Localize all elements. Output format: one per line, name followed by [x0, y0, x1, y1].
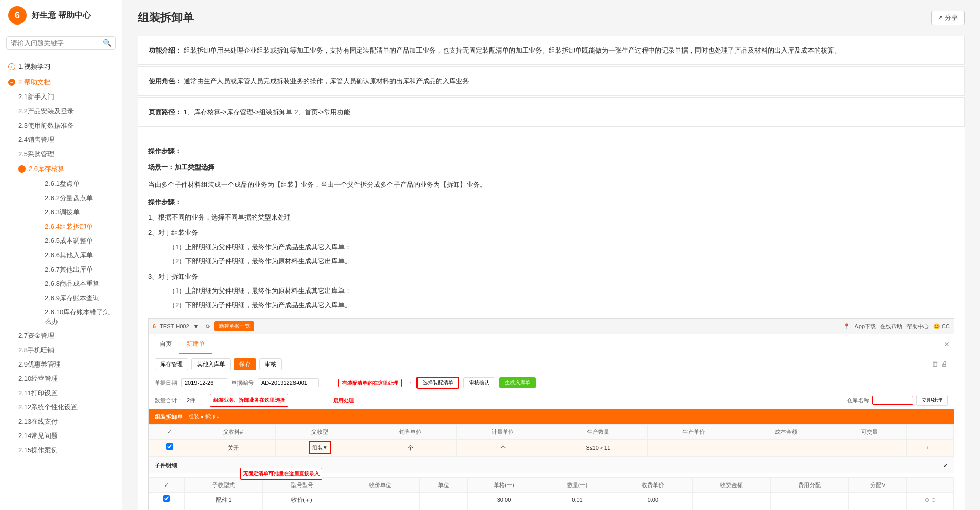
sidebar-item-purchase[interactable]: 2.5采购管理: [0, 147, 122, 161]
sim-trash-icon[interactable]: 🗑: [932, 357, 938, 371]
sim-lower-col3-1: [341, 493, 419, 507]
sim-td-type: 组装▼: [276, 440, 364, 456]
sim-lower-col7-1: 0.00: [614, 493, 692, 507]
sim-no-input[interactable]: [258, 378, 319, 387]
sim-date-input[interactable]: [181, 378, 227, 387]
sim-lower-col6-1: 0.01: [541, 493, 614, 507]
share-label: 分享: [945, 13, 958, 22]
sidebar-item-faq[interactable]: 2.14常见问题: [0, 429, 122, 443]
search-area: 🔍: [0, 31, 122, 55]
page-title: 组装拆卸单: [138, 10, 194, 26]
sidebar-item-stockcheck[interactable]: 2.6.1盘点单: [27, 177, 122, 191]
sim-row-add-icon[interactable]: +: [926, 445, 929, 451]
sim-expand-icon[interactable]: ⤢: [943, 459, 948, 471]
sim-new-doc-btn[interactable]: 新建单据一览: [214, 321, 254, 331]
step3: 3、对于拆卸业务: [148, 270, 954, 283]
sim-th-prod-qty: 生产数量: [549, 425, 648, 440]
sim-type-label: 组装拆卸单: [155, 411, 183, 422]
logo-text: 好生意 帮助中心: [32, 10, 91, 21]
step3-sub2: （2）下部明细为子件明细，最终作为产成品生成其它入库单。: [168, 299, 954, 312]
sim-td-type-box: 组装▼: [309, 441, 331, 454]
sidebar-item-cases[interactable]: 2.15操作案例: [0, 443, 122, 457]
sidebar-item-coupon[interactable]: 2.9优惠券管理: [0, 357, 122, 372]
sim-close-icon[interactable]: ✕: [944, 337, 950, 351]
sidebar-item-payment[interactable]: 2.13在线支付: [0, 415, 122, 429]
step3-sub1: （1）上部明细为父件明细，最终作为原材料生成其它出库单；: [168, 284, 954, 298]
sidebar-item-inventory[interactable]: − 2.6库存核算: [0, 161, 122, 177]
sim-tab-new[interactable]: 新建单: [179, 334, 212, 354]
sidebar-item-funds[interactable]: 2.7资金管理: [0, 329, 122, 343]
sim-arrow1: →: [406, 379, 412, 386]
sidebar-item-videos[interactable]: + 1.视频学习: [0, 59, 122, 75]
sim-confirm-btn[interactable]: 审核确认: [463, 377, 495, 388]
sidebar-item-costadj[interactable]: 2.6.5成本调整单: [27, 234, 122, 248]
sim-lower-col7-2: 0.00: [614, 507, 692, 510]
sim-dept-input[interactable]: [872, 396, 913, 405]
sim-lth-col10: 分配V: [849, 478, 907, 493]
sim-config-btn[interactable]: 选择装配清单: [416, 377, 459, 389]
search-box: 🔍: [6, 36, 116, 50]
share-icon: ↗: [938, 14, 943, 21]
sim-tab-home[interactable]: 自页: [153, 334, 179, 354]
sim-lower-table-title: 子件明细: [155, 459, 177, 471]
sim-row-del-icon[interactable]: −: [931, 445, 934, 451]
sidebar-item-install[interactable]: 2.2产品安装及登录: [0, 104, 122, 118]
search-input[interactable]: [11, 39, 103, 47]
sidebar-item-print[interactable]: 2.11打印设置: [0, 386, 122, 400]
sim-btn-save[interactable]: 保存: [234, 358, 256, 370]
sidebar-item-adjust[interactable]: 2.6.3调拨单: [27, 205, 122, 220]
sim-print-icon[interactable]: 🖨: [941, 357, 948, 371]
sidebar-item-costrecalc[interactable]: 2.6.8商品成本重算: [27, 277, 122, 291]
sim-td-name: 关开: [191, 440, 276, 456]
sidebar-item-stockquery[interactable]: 2.6.9库存账本查询: [27, 291, 122, 305]
sidebar-item-mobile[interactable]: 2.8手机旺铺: [0, 343, 122, 357]
sim-upper-table-area: ✓ 父收料# 父收型 销售单位 计量单位 生产数量 生产单价 成本金额 可交量: [149, 424, 954, 456]
sim-row-checkbox[interactable]: [166, 443, 173, 450]
role-section: 使用角色： 通常由生产人员或库管人员完成拆装业务的操作，库管人员确认原材料的出库…: [138, 66, 965, 95]
sim-btn-manage[interactable]: 库存管理: [155, 358, 188, 370]
sim-deptname-label: 仓库名称: [847, 395, 869, 406]
path-text: 1、库存核算->库存管理->组装拆卸单 2、首页->常用功能: [184, 108, 351, 116]
sim-icon5: 😊 CC: [933, 321, 950, 332]
sim-lth-col5: 单格(一): [468, 478, 541, 493]
screenshot-container: 6 TEST-H002 ▼ ⟳ 新建单据一览 📍 App下载 在线帮助 帮助中心…: [148, 318, 954, 510]
sidebar-item-label: 2.帮助文档: [18, 78, 51, 87]
sim-th-parent-name: 父收料#: [191, 425, 276, 440]
role-label: 使用角色：: [149, 77, 182, 85]
sidebar-item-prepare[interactable]: 2.3使用前数据准备: [0, 118, 122, 133]
sim-gen-btn[interactable]: 生成入库单: [499, 377, 536, 388]
sim-upper-table: ✓ 父收料# 父收型 销售单位 计量单位 生产数量 生产单价 成本金额 可交量: [149, 424, 954, 456]
sim-lower-name-1: 配件 1: [184, 493, 262, 507]
sim-lower-checkbox-1[interactable]: [163, 495, 170, 502]
sim-lower-col5-1: 30.00: [468, 493, 541, 507]
sim-date-label: 单据日期: [155, 377, 177, 388]
sim-td-check: [149, 440, 191, 456]
sidebar-item-otherout[interactable]: 2.6.7其他出库单: [27, 262, 122, 277]
sidebar-item-otherin[interactable]: 2.6.6其他入库单: [27, 248, 122, 262]
sim-lower-col6-2: 0.00: [541, 507, 614, 510]
sidebar-item-splitcheck[interactable]: 2.6.2分量盘点单: [27, 191, 122, 205]
sidebar: 6 好生意 帮助中心 🔍 + 1.视频学习 − 2.帮助文档 2.1新手入门 2…: [0, 0, 122, 510]
sidebar-item-assembly[interactable]: 2.6.4组装拆卸单: [27, 220, 122, 234]
search-icon[interactable]: 🔍: [103, 39, 111, 47]
sim-btn-other-in[interactable]: 其他入库单: [191, 358, 231, 370]
sim-top-bar: 6 TEST-H002 ▼ ⟳ 新建单据一览 📍 App下载 在线帮助 帮助中心…: [149, 319, 954, 334]
sidebar-item-sales[interactable]: 2.4销售管理: [0, 133, 122, 147]
sidebar-item-newcomer[interactable]: 2.1新手入门: [0, 90, 122, 104]
sidebar-item-customize[interactable]: 2.12系统个性化设置: [0, 400, 122, 415]
sim-th-parent-type: 父收型: [276, 425, 364, 440]
role-text: 通常由生产人员或库管人员完成拆装业务的操作，库管人员确认原材料的出库和产成品的入…: [184, 77, 469, 85]
sim-lower-act1[interactable]: ⊕ ⊖: [925, 497, 936, 503]
sim-icon4: 帮助中心: [906, 321, 929, 332]
sim-lower-col2-1: 收价(＋): [263, 493, 341, 507]
sidebar-item-docs[interactable]: − 2.帮助文档: [0, 75, 122, 90]
sim-search-btn[interactable]: 立即处理: [916, 395, 948, 406]
share-button[interactable]: ↗ 分享: [931, 11, 965, 25]
path-section: 页面路径： 1、库存核算->库存管理->组装拆卸单 2、首页->常用功能: [138, 98, 965, 127]
sim-btn-audit[interactable]: 审核: [259, 358, 282, 370]
content-wrapper: 功能介绍： 组装拆卸单用来处理企业组装或拆卸等加工业务，支持有固定装配清单的产品…: [138, 36, 965, 510]
sidebar-item-wrongaccount[interactable]: 2.6.10库存账本错了怎么办: [27, 305, 122, 329]
sim-icon3: 在线帮助: [880, 321, 902, 332]
sim-th-prod-price: 生产单价: [647, 425, 740, 440]
sidebar-item-operation[interactable]: 2.10经营管理: [0, 372, 122, 386]
